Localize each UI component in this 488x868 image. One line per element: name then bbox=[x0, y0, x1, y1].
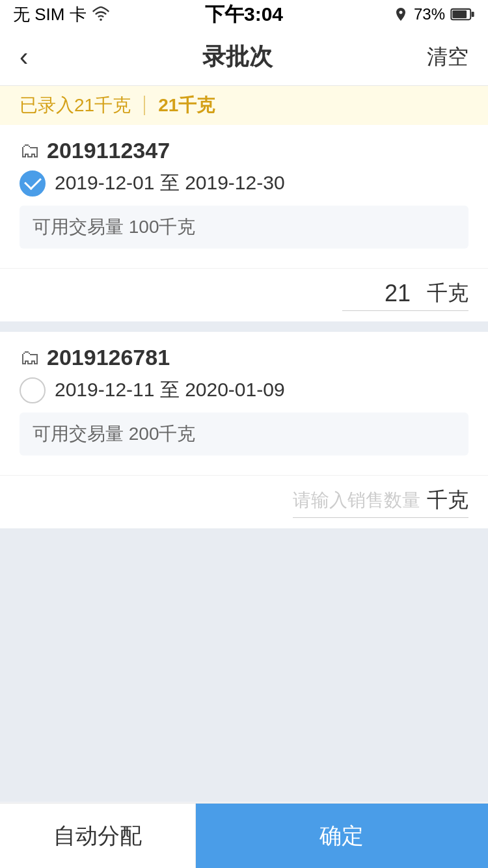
location-icon bbox=[393, 7, 409, 22]
status-right: 73% bbox=[393, 5, 475, 23]
quantity-input-wrapper-2[interactable]: 请输入销售数量 千克 bbox=[293, 486, 468, 518]
batch-icon-1: 🗂 bbox=[20, 139, 40, 163]
svg-rect-2 bbox=[452, 10, 467, 18]
clear-button[interactable]: 清空 bbox=[416, 43, 468, 72]
auto-assign-button[interactable]: 自动分配 bbox=[0, 804, 196, 868]
battery-text: 73% bbox=[414, 5, 445, 23]
confirm-button[interactable]: 确定 bbox=[196, 804, 488, 868]
back-button[interactable]: ‹ bbox=[20, 42, 59, 72]
quantity-row-2: 请输入销售数量 千克 bbox=[0, 475, 488, 528]
quantity-row-1: 千克 bbox=[0, 268, 488, 321]
total-amount: 21千克 bbox=[158, 93, 215, 118]
unit-label-1: 千克 bbox=[427, 279, 468, 308]
batch-icon-2: 🗂 bbox=[20, 346, 40, 370]
status-left: 无 SIM 卡 bbox=[13, 3, 110, 26]
section-separator-1 bbox=[0, 321, 488, 332]
batch-date-2: 2019-12-11 至 2020-01-09 bbox=[55, 377, 285, 403]
quantity-input-1[interactable] bbox=[342, 280, 420, 307]
batch-radio-2[interactable] bbox=[20, 377, 46, 403]
footer: 自动分配 确定 bbox=[0, 803, 488, 868]
info-banner: 已录入21千克 21千克 bbox=[0, 86, 488, 125]
batch-id-2: 2019126781 bbox=[47, 345, 170, 370]
svg-rect-3 bbox=[472, 12, 474, 17]
batch-id-1: 2019112347 bbox=[47, 138, 170, 163]
batch-item-1: 🗂 2019112347 2019-12-01 至 2019-12-30 可用交… bbox=[0, 125, 488, 321]
section-separator-2 bbox=[0, 528, 488, 802]
status-bar: 无 SIM 卡 下午3:04 73% bbox=[0, 0, 488, 29]
batch-item-2: 🗂 2019126781 2019-12-11 至 2020-01-09 可用交… bbox=[0, 332, 488, 528]
batch-date-1: 2019-12-01 至 2019-12-30 bbox=[55, 170, 285, 197]
batch-radio-1[interactable] bbox=[20, 170, 46, 197]
wifi-icon bbox=[92, 5, 110, 23]
unit-label-2: 千克 bbox=[427, 486, 468, 515]
carrier-text: 无 SIM 卡 bbox=[13, 3, 87, 26]
status-time: 下午3:04 bbox=[205, 1, 283, 28]
nav-bar: ‹ 录批次 清空 bbox=[0, 29, 488, 86]
batch-available-1: 可用交易量 100千克 bbox=[20, 206, 468, 249]
page-title: 录批次 bbox=[59, 41, 416, 73]
svg-point-0 bbox=[100, 18, 102, 21]
battery-icon bbox=[450, 8, 475, 21]
recorded-amount-text: 已录入21千克 bbox=[20, 93, 131, 118]
quantity-input-wrapper-1[interactable]: 千克 bbox=[342, 279, 468, 311]
batch-available-2: 可用交易量 200千克 bbox=[20, 413, 468, 455]
quantity-placeholder-2: 请输入销售数量 bbox=[293, 488, 420, 513]
banner-divider bbox=[144, 96, 145, 115]
